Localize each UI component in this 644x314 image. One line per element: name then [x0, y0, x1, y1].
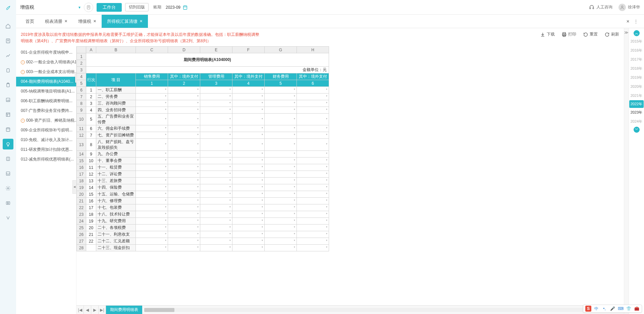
- year-2016年[interactable]: 2016年: [631, 46, 642, 55]
- cell-rownum[interactable]: 16: [86, 198, 96, 204]
- nav-ledger-icon[interactable]: [3, 36, 13, 46]
- cell-value[interactable]: *: [136, 171, 168, 178]
- cell-item[interactable]: 十七、包装费: [96, 204, 136, 211]
- cell-rownum[interactable]: 11: [86, 164, 96, 171]
- year-2021年[interactable]: 2021年: [631, 91, 642, 100]
- row-header-11[interactable]: 11: [77, 125, 86, 132]
- year-2015年[interactable]: 2015年: [631, 37, 642, 46]
- download-button[interactable]: 下载: [540, 32, 555, 37]
- cell-value[interactable]: *: [232, 191, 265, 198]
- col-header-F[interactable]: F: [232, 47, 265, 53]
- cell-value[interactable]: *: [168, 132, 200, 139]
- year-2023年[interactable]: 2023年: [631, 108, 642, 117]
- row-header-22[interactable]: 22: [77, 204, 86, 211]
- cell-item[interactable]: 九、办公费: [96, 151, 136, 158]
- cell-value[interactable]: *: [136, 245, 168, 251]
- nav-v-icon[interactable]: [3, 212, 13, 223]
- cell-item[interactable]: 十八、技术转让费: [96, 211, 136, 218]
- tree-item-6[interactable]: 006-职工薪酬纳税调整明细...: [16, 96, 76, 106]
- refresh-button[interactable]: 刷新: [604, 32, 619, 37]
- cell-value[interactable]: *: [168, 125, 200, 132]
- cell-value[interactable]: *: [265, 125, 297, 132]
- cell-value[interactable]: *: [265, 178, 297, 184]
- row-header-21[interactable]: 21: [77, 198, 86, 204]
- close-icon[interactable]: ✕: [93, 19, 96, 23]
- cell-rownum[interactable]: 14: [86, 184, 96, 191]
- cell-value[interactable]: *: [232, 225, 265, 231]
- more-tabs-icon[interactable]: ⋮: [632, 17, 640, 25]
- cell-value[interactable]: *: [265, 231, 297, 238]
- nav-calendar-icon[interactable]: [3, 124, 13, 135]
- cell-value[interactable]: *: [297, 225, 329, 231]
- row-header-8[interactable]: 8: [77, 100, 86, 107]
- col-header-A[interactable]: A: [86, 47, 96, 53]
- row-header-25[interactable]: 25: [77, 225, 86, 231]
- nav-funds-icon[interactable]: [3, 65, 13, 76]
- cell-value[interactable]: *: [232, 107, 265, 114]
- cell-value[interactable]: *: [265, 114, 297, 125]
- old-version-button[interactable]: 切到旧版: [125, 3, 149, 11]
- horizontal-scrollbar[interactable]: [144, 308, 622, 312]
- cell-value[interactable]: *: [200, 225, 232, 231]
- cell-value[interactable]: *: [265, 191, 297, 198]
- row-header-26[interactable]: 26: [77, 231, 86, 238]
- cell-value[interactable]: *: [297, 184, 329, 191]
- cell-value[interactable]: *: [168, 158, 200, 164]
- cell-value[interactable]: *: [168, 245, 200, 251]
- cell-value[interactable]: *: [168, 198, 200, 204]
- cell-value[interactable]: *: [297, 231, 329, 238]
- cell-value[interactable]: *: [200, 93, 232, 100]
- cell-value[interactable]: *: [265, 87, 297, 93]
- cell-value[interactable]: *: [136, 132, 168, 139]
- col-header-H[interactable]: H: [297, 47, 329, 53]
- cell-rownum[interactable]: 13: [86, 178, 96, 184]
- cell-item[interactable]: 一、职工薪酬: [96, 87, 136, 93]
- cell-value[interactable]: *: [297, 158, 329, 164]
- cell-value[interactable]: *: [297, 164, 329, 171]
- nav-home-icon[interactable]: [3, 21, 13, 32]
- cell-value[interactable]: *: [297, 87, 329, 93]
- cell-value[interactable]: *: [168, 191, 200, 198]
- tree-item-9[interactable]: 009-企业所得税弥补亏损明...: [16, 125, 76, 135]
- cell-value[interactable]: *: [297, 132, 329, 139]
- module-dropdown[interactable]: 增值税 ▾: [20, 4, 80, 10]
- row-header-7[interactable]: 7: [77, 93, 86, 100]
- tree-item-10[interactable]: 010-免税、减计收入及加计...: [16, 135, 76, 145]
- collapse-tree-handle[interactable]: ◀: [72, 180, 76, 194]
- cell-rownum[interactable]: 3: [86, 100, 96, 107]
- cell-value[interactable]: *: [297, 178, 329, 184]
- cell-item[interactable]: 四、业务招待费: [96, 107, 136, 114]
- tree-item-3[interactable]: !003-一般企业成本支出明细...: [16, 67, 76, 77]
- cell-value[interactable]: *: [200, 164, 232, 171]
- ime-lang-button[interactable]: 中: [593, 306, 599, 312]
- cell-value[interactable]: *: [168, 211, 200, 218]
- row-header-10[interactable]: 10: [77, 114, 86, 125]
- cell-value[interactable]: *: [168, 178, 200, 184]
- cell-value[interactable]: *: [265, 184, 297, 191]
- cell-value[interactable]: *: [136, 107, 168, 114]
- cell-rownum[interactable]: 10: [86, 158, 96, 164]
- cell-value[interactable]: *: [136, 225, 168, 231]
- tab-vat[interactable]: 增值税✕: [73, 15, 102, 28]
- cell-value[interactable]: *: [232, 100, 265, 107]
- cell-item[interactable]: 十五、运输、仓储费: [96, 191, 136, 198]
- tree-item-7[interactable]: 007-广告费和业务宣传费跨...: [16, 106, 76, 116]
- year-2020年[interactable]: 2020年: [631, 82, 642, 91]
- cell-value[interactable]: *: [136, 151, 168, 158]
- tree-item-1[interactable]: 001-企业所得税年度纳税申...: [16, 48, 76, 57]
- cell-item[interactable]: 六、佣金和手续费: [96, 125, 136, 132]
- row-header-28[interactable]: 28: [77, 245, 86, 251]
- cell-value[interactable]: *: [232, 198, 265, 204]
- cell-value[interactable]: *: [265, 171, 297, 178]
- sheet-scroll[interactable]: ABCDEFGH1期间费用明细表(A104000)23金额单位：元4行次项 目销…: [76, 46, 624, 305]
- cell-value[interactable]: *: [297, 114, 329, 125]
- cell-value[interactable]: *: [200, 231, 232, 238]
- cell-rownum[interactable]: 4: [86, 107, 96, 114]
- cell-rownum[interactable]: 21: [86, 231, 96, 238]
- cell-value[interactable]: *: [136, 191, 168, 198]
- cell-value[interactable]: *: [200, 125, 232, 132]
- cell-value[interactable]: *: [200, 218, 232, 225]
- cell-value[interactable]: *: [265, 100, 297, 107]
- close-all-tabs-icon[interactable]: ✕: [624, 17, 632, 25]
- cell-item[interactable]: 五、广告费和业务宣传费: [96, 114, 136, 125]
